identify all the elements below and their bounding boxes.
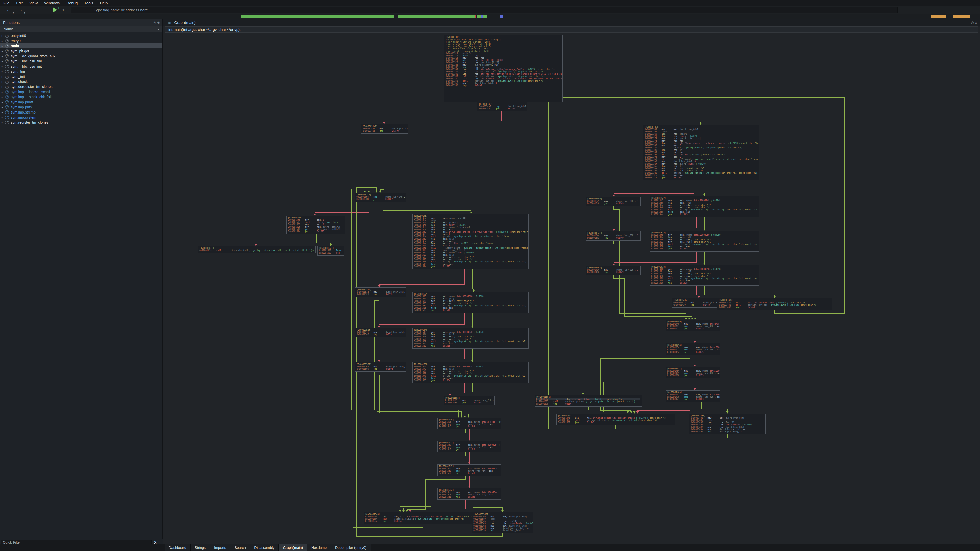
function-item-entry.init0[interactable]: ▸ƒentry.init0 xyxy=(0,33,162,38)
graph-block-0x000014b7[interactable]: [0x000014b7] 0x000014b7 mov eax, dword [… xyxy=(412,214,528,269)
expand-arrow-icon[interactable]: ▸ xyxy=(2,65,5,68)
function-item-sym.imp.strcmp[interactable]: ▸ƒsym.imp.strcmp xyxy=(0,110,162,115)
graph-block-0x000015a7[interactable]: [0x000015a7] 0x000015a7 mov eax, dword d… xyxy=(438,441,501,452)
graph-block-0x00001585[interactable]: [0x00001585] 0x00001585 mov dword [var_7… xyxy=(444,396,495,405)
function-item-sym.imp.puts[interactable]: ▸ƒsym.imp.puts xyxy=(0,105,162,110)
expand-arrow-icon[interactable]: ▸ xyxy=(2,75,5,78)
tab-strings[interactable]: Strings xyxy=(191,545,210,551)
graph-block-0x0000158e[interactable]: [0x0000158e] 0x0000158e lea rdi, str.Inv… xyxy=(535,395,642,407)
functions-column-header[interactable]: Name ▲ xyxy=(0,26,162,32)
memory-overview-bar[interactable] xyxy=(0,14,980,19)
expand-arrow-icon[interactable]: ▸ xyxy=(2,86,5,88)
function-item-sym.check[interactable]: ▸ƒsym.check xyxy=(0,79,162,84)
expand-arrow-icon[interactable]: ▸ xyxy=(2,116,5,119)
function-item-sym.register_tm_clones[interactable]: ▸ƒsym.register_tm_clones xyxy=(0,120,162,125)
graph-block-0x000013c9[interactable]: [0x000013c9] 0x000013c9 mov dword [var_8… xyxy=(586,197,641,206)
menu-tools[interactable]: Tools xyxy=(81,1,97,5)
panel-close-icon[interactable]: ⊗ xyxy=(157,21,160,24)
tab-hexdump[interactable]: Hexdump xyxy=(307,545,331,551)
graph-block-0x000015d6[interactable]: [0x000015d6] 0x000015d6 mov eax, dword [… xyxy=(472,512,533,533)
graph-block-0x000015c8[interactable]: [0x000015c8] 0x000015c8 lea rdi, str.Tha… xyxy=(364,512,482,524)
graph-block-0x00001562[interactable]: [0x00001562] 0x00001562 mov dword [var_7… xyxy=(355,362,406,372)
forward-arrow-icon[interactable]: →▾ xyxy=(18,6,23,13)
function-item-sym.__libc_csu_init[interactable]: ▸ƒsym.__libc_csu_init xyxy=(0,64,162,69)
menu-edit[interactable]: Edit xyxy=(13,1,26,5)
graph-block-0x0000153f[interactable]: [0x0000153f] 0x0000153f mov dword [var_7… xyxy=(355,328,406,337)
menu-windows[interactable]: Windows xyxy=(41,1,63,5)
function-item-sym.imp.system[interactable]: ▸ƒsym.imp.system xyxy=(0,115,162,120)
graph-block-0x0000140f[interactable]: [0x0000140f] 0x0000140f mov dword [var_8… xyxy=(586,265,641,275)
expand-arrow-icon[interactable]: ▸ xyxy=(2,70,5,73)
function-item-sym.__libc_csu_fini[interactable]: ▸ƒsym.__libc_csu_fini xyxy=(0,59,162,64)
block-address-header: [0x00001525] xyxy=(414,293,527,295)
graph-block-0x00001483[interactable]: [0x00001483] 0x00001483 mov eax, dword [… xyxy=(689,413,765,434)
expand-arrow-icon[interactable]: ▸ xyxy=(2,91,5,94)
graph-block-0x00001319[interactable]: [0x00001319] int main(int argc, char **a… xyxy=(444,35,563,102)
expand-arrow-icon[interactable]: ▸ xyxy=(2,96,5,98)
graph-block-0x0000161c[interactable]: [0x0000161c] 0x0000161c call __stack_chk… xyxy=(198,246,316,253)
menu-help[interactable]: Help xyxy=(97,1,111,5)
graph-block-0x000013ec[interactable]: [0x000013ec] 0x000013ec mov dword [var_8… xyxy=(586,231,641,241)
graph-block-0x00001548[interactable]: [0x00001548] 0x00001548 mov rdx, qword d… xyxy=(412,328,528,349)
graph-block-0x00001475[interactable]: [0x00001475] 0x00001475 lea rdi, str.Tha… xyxy=(556,413,675,425)
expand-arrow-icon[interactable]: ▸ xyxy=(2,35,5,37)
function-item-sym._init[interactable]: ▸ƒsym._init xyxy=(0,74,162,79)
menu-view[interactable]: View xyxy=(26,1,41,5)
tab-dashboard[interactable]: Dashboard xyxy=(165,545,191,551)
graph-canvas[interactable]: [0x00001319] int main(int argc, char **a… xyxy=(163,33,980,544)
back-arrow-icon[interactable]: ←▾ xyxy=(6,6,12,13)
graph-block-0x0000151c[interactable]: [0x0000151c] 0x0000151c mov dword [var_7… xyxy=(355,287,406,297)
function-item-sym.imp.__stack_chk_fail[interactable]: ▸ƒsym.imp.__stack_chk_fail xyxy=(0,94,162,100)
expand-arrow-icon[interactable]: ▸ xyxy=(2,44,5,48)
graph-block-0x00001454[interactable]: [0x00001454] 0x00001454 mov eax, dword d… xyxy=(666,343,721,355)
tab-search[interactable]: Search xyxy=(231,545,250,551)
expand-arrow-icon[interactable]: ▸ xyxy=(2,50,5,52)
graph-block-0x0000145f[interactable]: [0x0000145f] 0x0000145f mov eax, dword d… xyxy=(666,367,721,378)
function-item-sym.deregister_tm_clones[interactable]: ▸ƒsym.deregister_tm_clones xyxy=(0,84,162,89)
graph-block-0x000013d2[interactable]: [0x000013d2] 0x000013d2 mov rdx, qword d… xyxy=(649,196,759,217)
function-item-sym.__do_global_dtors_aux[interactable]: ▸ƒsym.__do_global_dtors_aux xyxy=(0,54,162,59)
tab-imports[interactable]: Imports xyxy=(210,545,231,551)
graph-block-0x0000156b[interactable]: [0x0000156b] 0x0000156b mov rdx, qword d… xyxy=(412,362,528,383)
panel-settings-icon[interactable]: ◎ xyxy=(153,21,156,24)
function-item-sym._fini[interactable]: ▸ƒsym._fini xyxy=(0,69,162,74)
graph-block-0x00001525[interactable]: [0x00001525] 0x00001525 mov rdx, qword d… xyxy=(412,292,528,313)
expand-arrow-icon[interactable]: ▸ xyxy=(2,40,5,42)
tab-disassembly[interactable]: Disassembly xyxy=(250,545,279,551)
graph-block-0x0000159c[interactable]: [0x0000159c] 0x0000159c mov eax, dword c… xyxy=(438,418,501,429)
graph-block-0x000014a1[interactable]: [0x000014a1] 0x000014a1 cmp dword [var_8… xyxy=(477,102,527,111)
menu-debug[interactable]: Debug xyxy=(63,1,81,5)
function-item-entry0[interactable]: ▸ƒentry0 xyxy=(0,38,162,43)
debug-dropdown-caret[interactable]: ▾ xyxy=(62,8,64,12)
graph-block-0x000015fe[interactable]: [0x000015fe] 0x000015fe mov eax, 0 0x000… xyxy=(286,216,345,234)
graph-block-0x000014a7[interactable]: [0x000014a7] 0x000014a7 mov dword [var_8… xyxy=(361,124,408,134)
tab-graph-main-[interactable]: Graph(main) xyxy=(279,545,307,551)
expand-arrow-icon[interactable]: ▸ xyxy=(2,121,5,124)
address-input[interactable] xyxy=(71,7,897,13)
graph-block-0x0000143b[interactable]: [0x0000143b] 0x0000143b lea rdi, str.Inv… xyxy=(717,298,832,310)
graph-settings-icon[interactable]: ◎ xyxy=(971,21,974,24)
function-item-sym..plt.got[interactable]: ▸ƒsym..plt.got xyxy=(0,48,162,54)
function-item-main[interactable]: ▸ƒmain xyxy=(0,43,162,48)
function-item-sym.imp.__isoc99_scanf[interactable]: ▸ƒsym.imp.__isoc99_scanf xyxy=(0,89,162,94)
graph-block-0x000013f5[interactable]: [0x000013f5] 0x000013f5 mov rdx, qword d… xyxy=(649,230,759,251)
menu-file[interactable]: File xyxy=(0,1,13,5)
graph-block-0x000015f4[interactable]: [0x000015f4] 0x000015f4 cmp dword [var_8… xyxy=(355,192,406,202)
graph-block-0x00001418[interactable]: [0x00001418] 0x00001418 mov rdx, qword d… xyxy=(649,265,759,286)
expand-arrow-icon[interactable]: ▸ xyxy=(2,55,5,58)
graph-block-0x00001449[interactable]: [0x00001449] 0x00001449 mov eax, dword c… xyxy=(666,320,721,331)
expand-arrow-icon[interactable]: ▸ xyxy=(2,111,5,114)
graph-block-0x00001364[interactable]: [0x00001364] 0x00001364 mov eax, dword [… xyxy=(643,125,759,180)
expand-arrow-icon[interactable]: ▸ xyxy=(2,80,5,83)
graph-close-icon[interactable]: ⊗ xyxy=(975,21,977,24)
tab-decompiler-entry0-[interactable]: Decompiler (entry0) xyxy=(331,545,371,551)
expand-arrow-icon[interactable]: ▸ xyxy=(2,106,5,109)
debug-start-icon[interactable] xyxy=(53,7,57,13)
expand-arrow-icon[interactable]: ▸ xyxy=(2,101,5,103)
graph-block-0x000015b2[interactable]: [0x000015b2] 0x000015b2 mov eax, dword d… xyxy=(438,464,501,476)
graph-block-0x0000146a[interactable]: [0x0000146a] 0x0000146a mov eax, dword d… xyxy=(666,390,721,402)
graph-block-0x000015bd[interactable]: [0x000015bd] 0x000015bd mov eax, dword d… xyxy=(438,488,501,500)
function-item-sym.imp.printf[interactable]: ▸ƒsym.imp.printf xyxy=(0,100,162,105)
expand-arrow-icon[interactable]: ▸ xyxy=(2,60,5,63)
graph-block-0x00001621[interactable]: [0x00001621] 0x00001621 leave 0x00001622… xyxy=(318,246,344,256)
